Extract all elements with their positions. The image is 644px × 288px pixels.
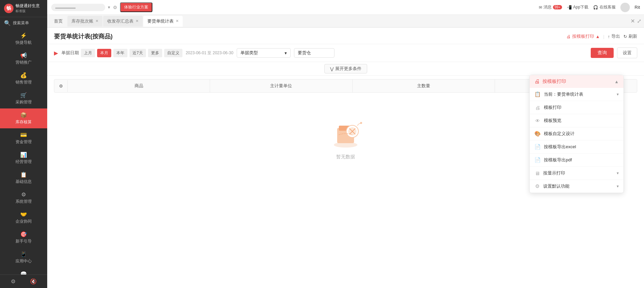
marketing-icon: 📢 bbox=[20, 52, 27, 59]
download-icon: 📲 bbox=[567, 5, 572, 10]
sidebar-item-wechat[interactable]: 💬 企业微信 bbox=[0, 267, 47, 275]
print-header-icon: 🖨 bbox=[534, 78, 540, 85]
dropdown-export-pdf[interactable]: 📄 按模板导出pdf bbox=[530, 154, 623, 167]
online-service-btn[interactable]: 🎧 在线客服 bbox=[593, 4, 616, 10]
expand-icon: ⋁ bbox=[330, 66, 334, 71]
sidebar-item-system[interactable]: ⚙ 系统管理 bbox=[0, 188, 47, 208]
search-menu-item[interactable]: 🔍 搜索菜单 bbox=[0, 17, 47, 29]
sidebar-item-inventory[interactable]: 📦 库存核算 bbox=[0, 108, 47, 128]
tab-receipts-summary[interactable]: 收发存汇总表 ✕ bbox=[103, 16, 143, 27]
page-title: 要货单统计表(按商品) bbox=[54, 32, 113, 40]
dropdown-export-excel[interactable]: 📄 按模板导出excel bbox=[530, 140, 623, 154]
date-btn-7days[interactable]: 近7天 bbox=[129, 49, 146, 57]
tab-home[interactable]: 首页 bbox=[50, 16, 67, 27]
col-quantity: 主数量 bbox=[353, 79, 495, 92]
enterprise-icon: 🤝 bbox=[20, 211, 27, 218]
template-preview-icon: 👁 bbox=[534, 118, 540, 124]
search-icon: 🔍 bbox=[4, 20, 11, 26]
current-template-arrow: ▾ bbox=[617, 92, 619, 97]
sidebar-item-enterprise[interactable]: 🤝 企业协同 bbox=[0, 208, 47, 228]
wechat-icon: 💬 bbox=[20, 271, 27, 275]
maximize-icon[interactable]: ⤢ bbox=[637, 18, 641, 24]
close-tab-receipts-summary[interactable]: ✕ bbox=[136, 19, 139, 23]
expand-more-btn[interactable]: ⋁ 展开更多条件 bbox=[324, 64, 367, 73]
sidebar-item-operation[interactable]: 📊 经营管理 bbox=[0, 148, 47, 168]
tab-bar: 首页 库存批次账 ✕ 收发存汇总表 ✕ 要货单统计表 ✕ ✕ ⤢ bbox=[47, 15, 644, 28]
printer-icon: 🖨 bbox=[566, 34, 571, 39]
settings-btn[interactable]: 设置 bbox=[617, 47, 637, 58]
quick-nav-icon: ⚡ bbox=[20, 32, 27, 39]
topbar-right: ✉ 消息 99+ 📲 App下载 🎧 在线客服 Rit bbox=[539, 3, 640, 12]
current-template-icon: 📋 bbox=[534, 91, 540, 97]
date-btn-this-year[interactable]: 本年 bbox=[113, 49, 127, 57]
close-window-icon[interactable]: ✕ bbox=[631, 18, 635, 24]
chevron-down-icon: ▾ bbox=[285, 51, 287, 56]
chevron-up-icon: ▲ bbox=[595, 34, 600, 39]
sidebar-item-capital[interactable]: 💳 资金管理 bbox=[0, 128, 47, 148]
sidebar: 畅 畅捷通好生意 标准版 🔍 搜索菜单 ⚡ 快捷导航 📢 营销推广 💰 销售管理… bbox=[0, 0, 47, 288]
nav-list: ⚡ 快捷导航 📢 营销推广 💰 销售管理 🛒 采购管理 📦 库存核算 💳 资金管… bbox=[0, 29, 47, 275]
main-area: ▬▬▬▬▬ ▾ ⚙ 体验行业方案 ✉ 消息 99+ 📲 App下载 🎧 在线客服… bbox=[47, 0, 644, 288]
query-btn[interactable]: 查询 bbox=[591, 48, 614, 58]
tab-order-stats[interactable]: 要货单统计表 ✕ bbox=[143, 16, 183, 27]
dropdown-template-print[interactable]: 🖨 模板打印 bbox=[530, 101, 623, 114]
sidebar-item-sales[interactable]: 💰 销售管理 bbox=[0, 69, 47, 89]
set-default-icon: ⚙ bbox=[534, 183, 540, 189]
service-icon: 🎧 bbox=[593, 5, 598, 10]
content-area: 要货单统计表(按商品) 🖨 按模板打印 ▲ | ↑ 导出 ↻ 刷新 bbox=[47, 28, 644, 288]
date-btn-more[interactable]: 更多 bbox=[148, 49, 162, 57]
app-download-btn[interactable]: 📲 App下载 bbox=[567, 4, 588, 10]
trial-btn[interactable]: 体验行业方案 bbox=[120, 2, 152, 12]
dropdown-template-design[interactable]: 🎨 模板自定义设计 bbox=[530, 127, 623, 140]
sidebar-item-basic[interactable]: 📋 基础信息 bbox=[0, 168, 47, 188]
export-btn[interactable]: ↑ 导出 bbox=[608, 33, 620, 39]
template-print-icon: 🖨 bbox=[534, 105, 540, 110]
type-filter[interactable]: 单据类型 ▾ bbox=[237, 48, 291, 58]
dropdown-current-template[interactable]: 📋 当前：要货单统计表 ▾ bbox=[530, 88, 623, 101]
filter-bar: ▶ 单据日期 上月 本月 本年 近7天 更多 自定义 2023-06-01 至 … bbox=[47, 44, 644, 62]
svg-point-7 bbox=[360, 122, 362, 124]
date-range-text: 2023-06-01 至 2023-06-30 bbox=[186, 50, 233, 56]
sidebar-item-quick-nav[interactable]: ⚡ 快捷导航 bbox=[0, 29, 47, 49]
sidebar-item-app-center[interactable]: 📱 应用中心 bbox=[0, 248, 47, 267]
tab-inventory-batch[interactable]: 库存批次账 ✕ bbox=[67, 16, 103, 27]
filter-toggle-btn[interactable]: ▶ bbox=[54, 50, 58, 56]
settings-bottom-icon[interactable]: ⚙ bbox=[11, 278, 16, 285]
date-btn-last-month[interactable]: 上月 bbox=[81, 49, 95, 57]
tabs-actions: ✕ ⤢ bbox=[631, 18, 644, 24]
refresh-btn[interactable]: ↻ 刷新 bbox=[623, 33, 637, 39]
page-header: 要货单统计表(按商品) 🖨 按模板打印 ▲ | ↑ 导出 ↻ 刷新 bbox=[47, 28, 644, 44]
template-print-btn[interactable]: 🖨 按模板打印 ▲ bbox=[566, 33, 600, 39]
template-design-icon: 🎨 bbox=[534, 131, 540, 137]
settings-col[interactable]: ⚙ bbox=[54, 80, 68, 92]
empty-illustration bbox=[329, 116, 362, 150]
empty-text: 暂无数据 bbox=[336, 154, 355, 160]
close-tab-order-stats[interactable]: ✕ bbox=[176, 19, 179, 23]
app-center-icon: 📱 bbox=[20, 251, 27, 257]
sound-icon[interactable]: 🔇 bbox=[30, 278, 37, 285]
user-avatar[interactable] bbox=[620, 3, 630, 12]
sidebar-item-purchase[interactable]: 🛒 采购管理 bbox=[0, 89, 47, 108]
dropdown-template-preview[interactable]: 👁 模板预览 bbox=[530, 114, 623, 127]
warehouse-filter[interactable]: 要货仓 bbox=[294, 48, 334, 58]
date-btn-this-month[interactable]: 本月 bbox=[97, 49, 111, 57]
guide-icon: 🎯 bbox=[20, 231, 27, 237]
sidebar-item-marketing[interactable]: 📢 营销推广 bbox=[0, 49, 47, 69]
export-pdf-icon: 📄 bbox=[534, 157, 540, 163]
topbar-search[interactable]: ▬▬▬▬▬ bbox=[51, 4, 105, 11]
display-print-arrow: ▾ bbox=[617, 171, 619, 175]
app-logo: 畅 畅捷通好生意 标准版 bbox=[0, 0, 47, 17]
dropdown-close-chevron[interactable]: ▲ bbox=[614, 79, 619, 84]
message-icon: ✉ bbox=[539, 5, 542, 10]
message-btn[interactable]: ✉ 消息 99+ bbox=[539, 4, 562, 10]
dropdown-set-default[interactable]: ⚙ 设置默认功能 ▾ bbox=[530, 180, 623, 193]
dropdown-header[interactable]: 🖨 按模板打印 ▲ bbox=[530, 75, 623, 88]
sidebar-item-guide[interactable]: 🎯 新手引导 bbox=[0, 228, 47, 248]
topbar-dropdown-arrow[interactable]: ▾ bbox=[108, 5, 110, 10]
close-tab-inventory-batch[interactable]: ✕ bbox=[95, 19, 98, 23]
dropdown-display-print[interactable]: 🖥 按显示打印 ▾ bbox=[530, 167, 623, 180]
display-print-icon: 🖥 bbox=[534, 170, 540, 176]
inventory-icon: 📦 bbox=[20, 112, 27, 118]
topbar-gear-icon[interactable]: ⚙ bbox=[113, 5, 117, 10]
date-btn-custom[interactable]: 自定义 bbox=[164, 49, 182, 57]
